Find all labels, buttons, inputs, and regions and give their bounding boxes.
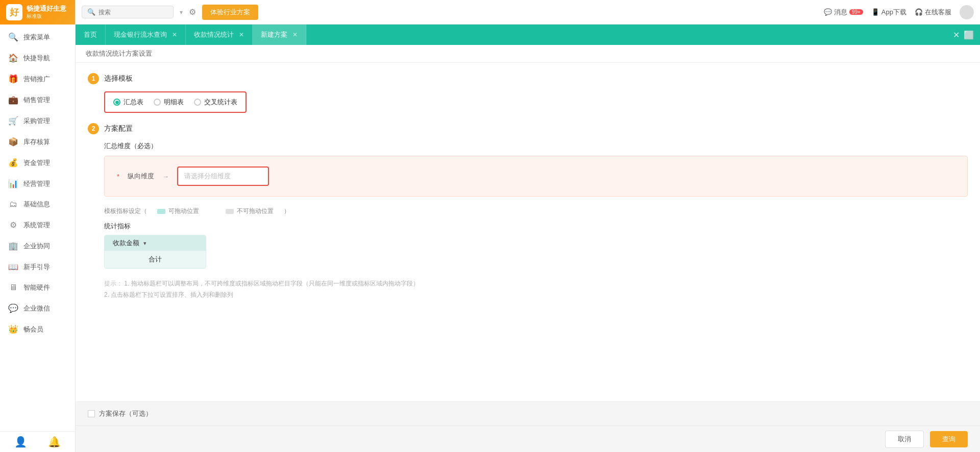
tab-new-plan-close-icon[interactable]: ✕	[292, 31, 298, 38]
notification-item[interactable]: 💬 消息 99+	[824, 8, 863, 17]
sidebar-item-operations[interactable]: 📊 经营管理	[0, 173, 75, 194]
download-icon: 📱	[871, 8, 879, 16]
sidebar-item-label: 销售管理	[23, 96, 50, 105]
main-area: 🔍 ▾ ⚙ 体验行业方案 💬 消息 99+ 📱 App下载 🎧 在线客服	[76, 0, 980, 452]
radio-detail-label: 明细表	[164, 98, 184, 107]
user-avatar[interactable]	[960, 5, 974, 19]
tab-bank-close-icon[interactable]: ✕	[172, 31, 177, 38]
tab-spacer	[306, 25, 947, 45]
sidebar-item-label: 资金管理	[23, 158, 50, 168]
sidebar-item-wechat[interactable]: 💬 企业微信	[0, 298, 75, 319]
dimension-required-mark: *	[117, 173, 119, 180]
settings-icon[interactable]: ⚙	[189, 7, 196, 17]
search-icon: 🔍	[87, 8, 95, 16]
sidebar-footer-icon1[interactable]: 👤	[14, 436, 27, 448]
step2-section: 2 方案配置 汇总维度（必选） * 纵向维度 → 请选择分组维度	[88, 123, 968, 300]
tip-label: 提示：	[104, 280, 122, 287]
tab-home[interactable]: 首页	[76, 25, 106, 45]
tab-bar: 首页 现金银行流水查询 ✕ 收款情况统计 ✕ 新建方案 ✕ ✕ ⬜	[76, 25, 980, 45]
tip2-text: 2. 点击标题栏下拉可设置排序、插入列和删除列	[104, 291, 233, 298]
bottom-bar: 取消 查询	[76, 425, 980, 452]
support-item[interactable]: 🎧 在线客服	[915, 8, 951, 17]
sidebar-item-guide[interactable]: 📖 新手引导	[0, 256, 75, 277]
support-label: 在线客服	[925, 8, 951, 17]
search-input[interactable]	[99, 9, 165, 16]
cart-icon: 🛒	[8, 116, 18, 126]
notification-badge: 99+	[849, 9, 863, 15]
logo-icon: 好	[6, 4, 22, 20]
sidebar-item-label: 新手引导	[23, 263, 50, 272]
tab-new-plan[interactable]: 新建方案 ✕	[253, 25, 306, 45]
radio-group: 汇总表 明细表 交叉统计表	[113, 98, 237, 107]
sidebar-item-member[interactable]: 👑 畅会员	[0, 319, 75, 340]
box-icon: 📦	[8, 137, 18, 147]
sidebar-nav: 🔍 搜索菜单 🏠 快捷导航 🎁 营销推广 💼 销售管理 🛒 采购管理 📦 库存核…	[0, 25, 75, 431]
search-box[interactable]: 🔍	[82, 6, 174, 18]
sidebar-item-inventory[interactable]: 📦 库存核算	[0, 131, 75, 152]
crown-icon: 👑	[8, 324, 18, 334]
sidebar-item-search[interactable]: 🔍 搜索菜单	[0, 27, 75, 47]
query-button[interactable]: 查询	[930, 431, 968, 447]
radio-detail[interactable]: 明细表	[154, 98, 184, 107]
metrics-column-label: 收款金额	[113, 239, 139, 248]
metrics-title: 统计指标	[104, 222, 968, 231]
industry-btn[interactable]: 体验行业方案	[202, 5, 258, 20]
tab-new-plan-label: 新建方案	[261, 30, 287, 39]
sidebar-item-finance[interactable]: 💰 资金管理	[0, 152, 75, 173]
config-section: 汇总维度（必选） * 纵向维度 → 请选择分组维度	[88, 141, 968, 197]
tab-bank-label: 现金银行流水查询	[114, 30, 167, 39]
notification-label: 消息	[834, 8, 847, 17]
sidebar-item-enterprise[interactable]: 🏢 企业协同	[0, 235, 75, 256]
step1-number: 1	[88, 73, 99, 84]
download-item[interactable]: 📱 App下载	[871, 8, 906, 17]
sidebar-item-marketing[interactable]: 🎁 营销推广	[0, 68, 75, 89]
sales-icon: 💼	[8, 95, 18, 105]
non-draggable-label: 不可拖动位置	[237, 207, 274, 216]
metrics-settings-label: 模板指标设定（	[104, 207, 147, 216]
gear-icon: ⚙	[8, 220, 18, 230]
logo-badge: 标准版	[27, 13, 66, 20]
save-checkbox[interactable]	[88, 410, 95, 417]
cancel-button[interactable]: 取消	[885, 431, 924, 448]
dimension-select[interactable]: 请选择分组维度	[177, 166, 269, 186]
save-label: 方案保存（可选）	[99, 409, 152, 418]
tab-receipts-close-icon[interactable]: ✕	[239, 31, 244, 38]
notification-icon: 💬	[824, 8, 832, 16]
close-window-icon[interactable]: ✕	[953, 30, 960, 40]
sidebar-item-label: 营销推广	[23, 75, 50, 84]
gift-icon: 🎁	[8, 74, 18, 84]
sidebar-item-basic[interactable]: 🗂 基础信息	[0, 194, 75, 215]
sidebar-item-label: 经营管理	[23, 179, 50, 188]
sidebar-footer: 👤 🔔	[0, 431, 75, 452]
dimension-placeholder: 请选择分组维度	[184, 172, 231, 180]
sidebar-item-system[interactable]: ⚙ 系统管理	[0, 215, 75, 235]
app-logo: 好 畅捷通好生意 标准版	[0, 0, 75, 25]
sidebar-item-label: 基础信息	[23, 200, 50, 209]
sidebar-item-label: 库存核算	[23, 137, 50, 147]
tab-receipts[interactable]: 收款情况统计 ✕	[186, 25, 253, 45]
non-draggable-box	[226, 209, 234, 214]
radio-summary-circle	[113, 99, 120, 106]
sidebar-item-label: 采购管理	[23, 116, 50, 126]
sidebar-footer-icon2[interactable]: 🔔	[48, 436, 61, 448]
radio-cross[interactable]: 交叉统计表	[194, 98, 237, 107]
dropdown-arrow-icon[interactable]: ▾	[180, 9, 183, 16]
content-area: 收款情况统计方案设置 1 选择模板 汇总表 明细表	[76, 45, 980, 452]
tab-bank[interactable]: 现金银行流水查询 ✕	[106, 25, 186, 45]
sidebar-item-sales[interactable]: 💼 销售管理	[0, 89, 75, 110]
radio-summary[interactable]: 汇总表	[113, 98, 143, 107]
maximize-icon[interactable]: ⬜	[964, 30, 974, 40]
sidebar-item-nav[interactable]: 🏠 快捷导航	[0, 47, 75, 68]
book-icon: 📖	[8, 262, 18, 272]
building-icon: 🏢	[8, 241, 18, 251]
sidebar-item-purchase[interactable]: 🛒 采购管理	[0, 110, 75, 131]
form-area: 1 选择模板 汇总表 明细表	[76, 63, 980, 401]
window-buttons: ✕ ⬜	[947, 25, 980, 45]
radio-detail-circle	[154, 99, 161, 106]
step1-section: 1 选择模板 汇总表 明细表	[88, 73, 968, 113]
metrics-column-header[interactable]: 收款金额 ▾	[105, 235, 206, 251]
home-icon: 🏠	[8, 53, 18, 63]
sidebar-item-hardware[interactable]: 🖥 智能硬件	[0, 277, 75, 298]
config-title: 汇总维度（必选）	[104, 141, 968, 151]
draggable-box	[157, 209, 165, 214]
